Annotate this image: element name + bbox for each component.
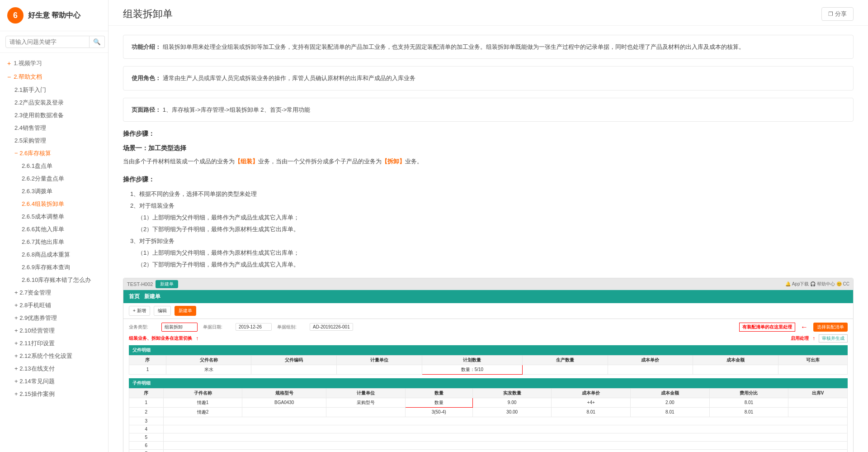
plus-icon7: + bbox=[14, 352, 18, 359]
th-plan-qty: 计划数量 bbox=[422, 355, 522, 365]
sidebar-item-cost-recalc[interactable]: 2.6.8商品成本重算 bbox=[0, 248, 108, 261]
sidebar-item-ledger-error[interactable]: 2.6.10库存账本错了怎么办 bbox=[0, 274, 108, 286]
th-b-spec: 规格型号 bbox=[242, 388, 326, 398]
logo-icon: 6 bbox=[7, 7, 24, 24]
sidebar-item-dataprep[interactable]: 2.3使用前数据准备 bbox=[0, 109, 108, 122]
step1: 1、根据不同的业务，选择不同单据的类型来处理 bbox=[130, 188, 854, 200]
th-b-name: 子件名称 bbox=[163, 388, 242, 398]
plus-icon5: + bbox=[14, 327, 18, 334]
header-bar: 组装拆卸单 ❐ 分享 bbox=[108, 0, 868, 26]
mock-type-input[interactable]: 组装拆卸 bbox=[161, 323, 198, 332]
plus-icon8: + bbox=[14, 365, 18, 372]
sidebar-item-partial-stocktake[interactable]: 2.6.2分量盘点单 bbox=[0, 172, 108, 185]
plus-icon6: + bbox=[14, 340, 18, 347]
browser-title: TEST-H002 bbox=[127, 281, 153, 287]
func-intro-block: 功能介绍： 组装拆卸单用来处理企业组装或拆卸等加工业务，支持有固定装配清单的产品… bbox=[123, 35, 854, 59]
sidebar-item-coupon[interactable]: + 2.9优惠券管理 bbox=[0, 312, 108, 324]
search-bar: 🔍 bbox=[0, 31, 108, 53]
mock-group-label: 单据组别: bbox=[277, 324, 304, 330]
mock-date-input[interactable]: 2019-12-26 bbox=[236, 323, 272, 331]
sidebar-item-stocktake[interactable]: 2.6.1盘点单 bbox=[0, 160, 108, 172]
table-row: 4 bbox=[129, 425, 848, 433]
mock-btn-edit[interactable]: 编辑 bbox=[154, 306, 171, 316]
th-b-unit: 计量单位 bbox=[326, 388, 406, 398]
sidebar-item-cost-adjust[interactable]: 2.6.5成本调整单 bbox=[0, 210, 108, 223]
step2-2: （2）下部明细为子件明细，最终作为原材料生成其它出库单。 bbox=[137, 224, 854, 235]
scene1-desc: 当由多个子件材料组装成一个成品的业务为【组装】业务，当由一个父件拆分成多个子产品… bbox=[123, 156, 854, 167]
annotation2-row: 组装业务、拆卸业务在这里切换 ↑ 启用处理 ↑ 审核并生成 bbox=[129, 334, 848, 343]
sidebar-item-assembly[interactable]: 2.6.4组装拆卸单 bbox=[0, 198, 108, 210]
mock-top-section-header: 父件明细 bbox=[129, 345, 848, 355]
share-icon: ❐ bbox=[828, 11, 833, 17]
sidebar-item-sales[interactable]: 2.4销售管理 bbox=[0, 122, 108, 134]
mock-browser-tab: 新建单 bbox=[156, 280, 178, 288]
sidebar-item-other-inbound[interactable]: 2.6.6其他入库单 bbox=[0, 223, 108, 236]
sidebar-item-video[interactable]: + 1.视频学习 bbox=[0, 57, 108, 70]
th-unit: 计量单位 bbox=[337, 355, 422, 365]
sidebar-item-other-outbound[interactable]: 2.6.7其他出库单 bbox=[0, 236, 108, 248]
plus-icon10: + bbox=[14, 390, 18, 397]
table-row: 7 bbox=[129, 449, 848, 452]
sidebar-item-cases[interactable]: + 2.15操作案例 bbox=[0, 388, 108, 400]
sidebar-item-finance[interactable]: + 2.7资金管理 bbox=[0, 286, 108, 299]
search-button[interactable]: 🔍 bbox=[90, 36, 105, 48]
func-intro-text: 组装拆卸单用来处理企业组装或拆卸等加工业务，支持有固定装配清单的产品加工业务，也… bbox=[163, 43, 745, 50]
th-seq: 序 bbox=[129, 355, 166, 365]
annotation2: 组装业务、拆卸业务在这里切换 bbox=[129, 335, 192, 342]
mock-bottom-section-header: 子件明细 bbox=[129, 378, 848, 388]
sidebar-item-faq[interactable]: + 2.14常见问题 bbox=[0, 375, 108, 388]
plus-icon: + bbox=[7, 60, 11, 67]
sidebar-item-purchase[interactable]: 2.5采购管理 bbox=[0, 134, 108, 147]
sidebar-item-print[interactable]: + 2.11打印设置 bbox=[0, 337, 108, 350]
ops-steps-sub-title: 操作步骤： bbox=[123, 176, 854, 184]
step3-1: （1）上部明细为父件明细，最终作为原材料生成其它出库单； bbox=[137, 247, 854, 259]
content-area: 功能介绍： 组装拆卸单用来处理企业组装或拆卸等加工业务，支持有固定装配清单的产品… bbox=[108, 26, 868, 452]
path-label: 页面路径： bbox=[132, 106, 161, 113]
mock-approve-btn[interactable]: 审核并生成 bbox=[819, 334, 848, 343]
mock-form-row-1: 业务类型: 组装拆卸 单据日期: 2019-12-26 单据组别: AD-201… bbox=[129, 323, 848, 332]
th-b-actual-qty: 实发数量 bbox=[472, 388, 552, 398]
mock-top-icons: 🔔 App下载 🎧 帮助中心 😊 CC bbox=[785, 281, 849, 287]
th-prod-qty: 生产数量 bbox=[523, 355, 608, 365]
table-row: 1 情趣1 BGA0430 采购型号 数量 9.00 +4+ 2.00 8.01 bbox=[129, 398, 848, 407]
sidebar-item-inventory[interactable]: − 2.6库存核算 bbox=[0, 147, 108, 160]
th-cost-amount: 成本金额 bbox=[693, 355, 778, 365]
th-b-cost-amount: 成本金额 bbox=[631, 388, 710, 398]
sidebar-item-transfer[interactable]: 2.6.3调拨单 bbox=[0, 185, 108, 198]
arrow-icon1: ← bbox=[801, 323, 808, 331]
search-input[interactable] bbox=[5, 36, 90, 48]
sidebar-item-newuser[interactable]: 2.1新手入门 bbox=[0, 84, 108, 96]
sidebar-item-install[interactable]: 2.2产品安装及登录 bbox=[0, 96, 108, 109]
mock-group-input[interactable]: AD-20191226-001 bbox=[310, 323, 353, 331]
table-row: 1 米水 数量：5/10 bbox=[129, 365, 848, 374]
th-cost-price: 成本单价 bbox=[608, 355, 693, 365]
plus-icon9: + bbox=[14, 378, 18, 385]
step3-2: （2）下部明细为子件明细，最终作为产成品生成其它入库单。 bbox=[137, 259, 854, 271]
share-button[interactable]: ❐ 分享 bbox=[821, 7, 854, 21]
main-content: 组装拆卸单 ❐ 分享 功能介绍： 组装拆卸单用来处理企业组装或拆卸等加工业务，支… bbox=[108, 0, 868, 452]
step2: 2、对于组装业务 bbox=[130, 200, 854, 212]
path-block: 页面路径： 1、库存核算->库存管理->组装拆卸单 2、首页->常用功能 bbox=[123, 98, 854, 122]
sidebar-item-helpdocs[interactable]: − 2.帮助文档 bbox=[0, 70, 108, 84]
mock-date-label: 单据日期: bbox=[203, 324, 230, 330]
arrow-icon2: ↑ bbox=[196, 335, 198, 342]
screenshot-container: TEST-H002 新建单 🔔 App下载 🎧 帮助中心 😊 CC 首页 新建单… bbox=[123, 278, 854, 452]
sidebar-item-mobile[interactable]: + 2.8手机旺铺 bbox=[0, 299, 108, 312]
sidebar-item-inventory-ledger[interactable]: 2.6.9库存账本查询 bbox=[0, 261, 108, 274]
func-intro-label: 功能介绍： bbox=[132, 43, 161, 50]
th-b-seq: 序 bbox=[129, 388, 164, 398]
minus-inventory-icon: − bbox=[14, 150, 18, 157]
mock-btn-newtab[interactable]: 新建单 bbox=[175, 306, 196, 316]
mock-btn-newadd[interactable]: + 新增 bbox=[129, 306, 150, 316]
th-parent-name: 父件名称 bbox=[166, 355, 251, 365]
sidebar-item-online-pay[interactable]: + 2.13在线支付 bbox=[0, 362, 108, 375]
sidebar-item-customize[interactable]: + 2.12系统个性化设置 bbox=[0, 350, 108, 362]
table-row: 5 bbox=[129, 433, 848, 441]
step3: 3、对于拆卸业务 bbox=[130, 235, 854, 247]
mock-btn-select-bom[interactable]: 选择装配清单 bbox=[813, 323, 848, 332]
nav-tree: + 1.视频学习 − 2.帮助文档 2.1新手入门 2.2产品安装及登录 2.3… bbox=[0, 53, 108, 452]
sidebar: 6 好生意 帮助中心 🔍 + 1.视频学习 − 2.帮助文档 2.1新手入门 2… bbox=[0, 0, 108, 452]
minus-icon: − bbox=[7, 73, 11, 81]
sidebar-item-operations[interactable]: + 2.10经营管理 bbox=[0, 324, 108, 337]
th-b-fee-ratio: 费用分比 bbox=[709, 388, 788, 398]
